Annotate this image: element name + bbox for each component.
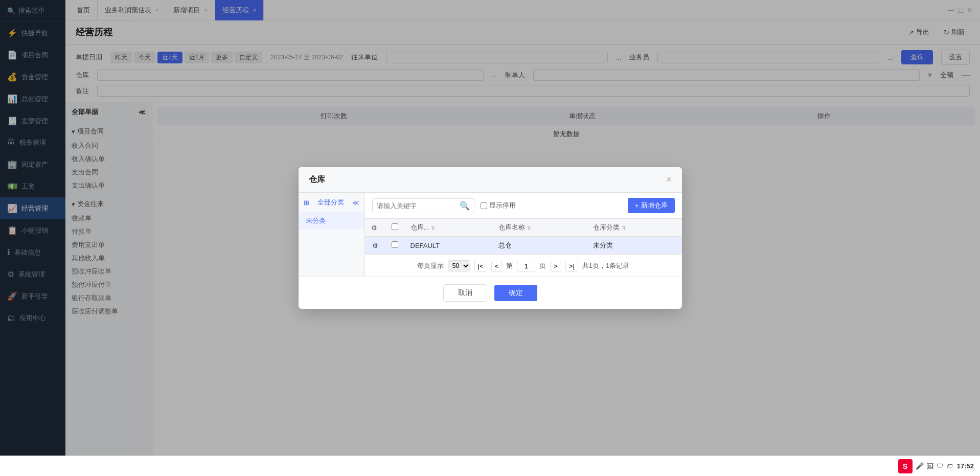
taskbar-icons: S 🎤 🖼 🛡 🏷 bbox=[898, 459, 953, 473]
row-category: 未分类 bbox=[587, 237, 681, 255]
row-name: 总仓 bbox=[492, 237, 587, 255]
modal-title: 仓库 bbox=[309, 174, 325, 185]
first-page-btn[interactable]: |< bbox=[474, 261, 487, 271]
next-page-btn[interactable]: > bbox=[550, 261, 561, 271]
grid-icon: ⊞ bbox=[304, 199, 309, 207]
modal-sidebar-title: 全部分类 bbox=[317, 198, 344, 207]
sort-icon-name: ⇅ bbox=[527, 225, 531, 231]
modal-sidebar-header[interactable]: ⊞ 全部分类 ≪ bbox=[299, 193, 364, 212]
modal-toolbar: 🔍 显示停用 + 新增仓库 bbox=[365, 193, 682, 219]
row-checkbox-cell[interactable] bbox=[385, 237, 404, 255]
per-page-label: 每页显示 bbox=[417, 261, 444, 270]
add-icon: + bbox=[635, 202, 639, 210]
col-name-label: 仓库名称 bbox=[498, 223, 525, 231]
show-disabled-text: 显示停用 bbox=[489, 201, 516, 210]
modal-header: 仓库 × bbox=[299, 167, 682, 193]
row-checkbox[interactable] bbox=[392, 241, 398, 248]
page-suffix: 页 bbox=[539, 261, 546, 270]
col-code[interactable]: 仓库... ⇅ bbox=[404, 219, 492, 237]
taskbar-icon-img: 🖼 bbox=[927, 462, 933, 470]
search-box: 🔍 bbox=[372, 198, 474, 213]
modal-sidebar-item-weifenlei[interactable]: 未分类 bbox=[299, 212, 364, 230]
taskbar-time: 17:52 bbox=[957, 462, 974, 470]
modal-sidebar-item-label: 未分类 bbox=[306, 217, 326, 224]
taskbar: S 🎤 🖼 🛡 🏷 17:52 bbox=[0, 456, 980, 476]
col-code-label: 仓库... bbox=[411, 223, 429, 231]
modal-sidebar: ⊞ 全部分类 ≪ 未分类 bbox=[299, 193, 365, 277]
col-category-label: 仓库分类 bbox=[593, 223, 620, 231]
taskbar-icon-flag: 🏷 bbox=[946, 462, 953, 470]
col-category[interactable]: 仓库分类 ⇅ bbox=[587, 219, 681, 237]
table-row[interactable]: ⚙ DEFAULT 总仓 未分类 bbox=[365, 237, 682, 255]
modal-per-page-select[interactable]: 50 bbox=[448, 260, 470, 271]
add-btn-label: 新增仓库 bbox=[641, 201, 668, 210]
modal-close-button[interactable]: × bbox=[666, 174, 672, 185]
modal-sidebar-collapse[interactable]: ≪ bbox=[352, 199, 359, 207]
warehouse-modal: 仓库 × ⊞ 全部分类 ≪ 未分类 bbox=[299, 167, 682, 309]
modal-overlay[interactable]: 仓库 × ⊞ 全部分类 ≪ 未分类 bbox=[0, 0, 980, 476]
taskbar-icon-shield: 🛡 bbox=[937, 462, 943, 470]
modal-actions: 取消 确定 bbox=[299, 277, 682, 309]
confirm-button[interactable]: 确定 bbox=[494, 285, 537, 301]
taskbar-icon-mic: 🎤 bbox=[916, 462, 924, 470]
modal-main: 🔍 显示停用 + 新增仓库 bbox=[365, 193, 682, 277]
search-input[interactable] bbox=[377, 202, 457, 210]
row-code: DEFAULT bbox=[404, 237, 492, 255]
show-disabled-label[interactable]: 显示停用 bbox=[481, 201, 516, 210]
toolbar-left: 🔍 显示停用 bbox=[372, 198, 516, 213]
col-checkbox bbox=[385, 219, 404, 237]
prev-page-btn[interactable]: < bbox=[491, 261, 503, 271]
add-warehouse-button[interactable]: + 新增仓库 bbox=[628, 198, 675, 213]
sort-icon-code: ⇅ bbox=[431, 225, 435, 231]
sort-icon-category: ⇅ bbox=[622, 225, 626, 231]
page-label: 第 bbox=[506, 261, 513, 270]
last-page-btn[interactable]: >| bbox=[565, 261, 578, 271]
col-name[interactable]: 仓库名称 ⇅ bbox=[492, 219, 587, 237]
row-settings-icon: ⚙ bbox=[365, 237, 385, 255]
s-logo: S bbox=[898, 459, 913, 473]
show-disabled-checkbox[interactable] bbox=[481, 202, 487, 209]
modal-pagination: 每页显示 50 |< < 第 页 > >| 共1页，1条记录 bbox=[365, 255, 682, 277]
cancel-button[interactable]: 取消 bbox=[443, 284, 487, 302]
select-all-checkbox[interactable] bbox=[392, 223, 398, 230]
modal-table: ⚙ 仓库... ⇅ 仓库名称 ⇅ bbox=[365, 219, 682, 255]
modal-page-input[interactable] bbox=[517, 261, 535, 271]
col-settings[interactable]: ⚙ bbox=[365, 219, 385, 237]
modal-body: ⊞ 全部分类 ≪ 未分类 🔍 bbox=[299, 193, 682, 277]
search-icon: 🔍 bbox=[460, 201, 470, 211]
modal-table-area: ⚙ 仓库... ⇅ 仓库名称 ⇅ bbox=[365, 219, 682, 255]
total-records: 共1页，1条记录 bbox=[582, 261, 629, 270]
